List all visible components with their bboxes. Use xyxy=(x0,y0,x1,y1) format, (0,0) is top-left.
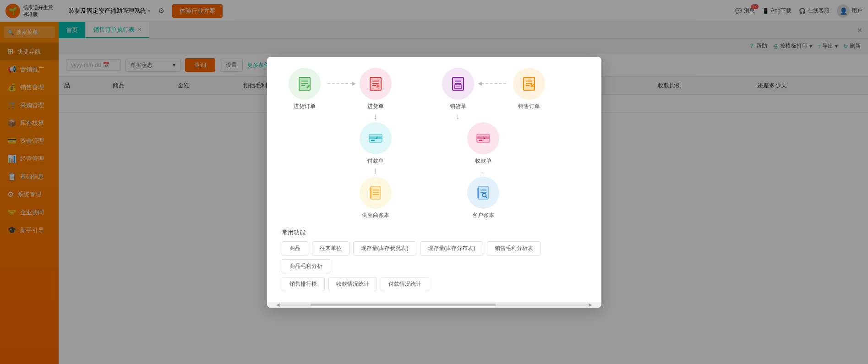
svg-rect-33 xyxy=(370,188,371,198)
purchase-order-icon xyxy=(289,68,321,100)
scrollbar-track[interactable] xyxy=(280,304,589,306)
cf-btn-stock-dist[interactable]: 现存量(库存分布表) xyxy=(420,241,483,255)
customer-ledger-label: 客户账本 xyxy=(472,212,494,219)
supplier-ledger-icon xyxy=(360,177,392,209)
svg-rect-38 xyxy=(477,188,479,198)
flow-node-supplier-ledger[interactable]: 供应商账本 xyxy=(353,177,399,219)
payment-label: 付款单 xyxy=(367,157,384,165)
sales-bill-icon xyxy=(442,68,474,100)
sales-order-icon xyxy=(513,68,545,100)
cf-btn-sales-margin[interactable]: 销售毛利分析表 xyxy=(487,241,541,255)
svg-rect-30 xyxy=(479,140,482,141)
common-functions-grid-2: 销售排行榜 收款情况统计 付款情况统计 xyxy=(282,277,587,291)
modal-scrollbar: ◀ ▶ xyxy=(267,302,601,308)
flow-node-purchase-bill[interactable]: 进货单 xyxy=(353,68,399,110)
flow-node-customer-ledger[interactable]: 客户账本 xyxy=(460,177,506,219)
cf-btn-product[interactable]: 商品 xyxy=(282,241,308,255)
svg-text:¥: ¥ xyxy=(483,136,486,140)
purchase-bill-label: 进货单 xyxy=(367,103,384,110)
cf-btn-payment-stats[interactable]: 付款情况统计 xyxy=(381,277,429,291)
supplier-ledger-label: 供应商账本 xyxy=(362,212,389,219)
cf-btn-stock-status[interactable]: 现存量(库存状况表) xyxy=(353,241,416,255)
scrollbar-left-arrow[interactable]: ◀ xyxy=(276,302,280,307)
purchase-order-label: 进货订单 xyxy=(294,103,316,110)
payment-icon: ¥ xyxy=(360,122,392,154)
sales-order-label: 销售订单 xyxy=(518,103,540,110)
common-functions-title: 常用功能 xyxy=(282,228,587,237)
scrollbar-right-arrow[interactable]: ▶ xyxy=(589,302,592,307)
common-functions-grid: 商品 往来单位 现存量(库存状况表) 现存量(库存分布表) 销售毛利分析表 商品… xyxy=(282,241,587,273)
flow-modal: 进货订单 ▶ xyxy=(267,57,601,308)
receipt-label: 收款单 xyxy=(475,157,491,165)
cf-btn-receipt-stats[interactable]: 收款情况统计 xyxy=(328,277,377,291)
svg-rect-32 xyxy=(371,186,381,199)
flow-node-sales-bill[interactable]: 销货单 xyxy=(435,68,481,110)
flow-node-payment[interactable]: ¥ 付款单 xyxy=(353,122,399,165)
flow-node-receipt[interactable]: ¥ 收款单 xyxy=(460,122,506,165)
receipt-icon: ¥ xyxy=(467,122,499,154)
scrollbar-thumb[interactable] xyxy=(311,304,496,306)
cf-btn-counterparty[interactable]: 往来单位 xyxy=(312,241,349,255)
flow-node-sales-order[interactable]: 销售订单 xyxy=(506,68,552,110)
cf-btn-sales-ranking[interactable]: 销售排行榜 xyxy=(282,277,325,291)
customer-ledger-icon xyxy=(467,177,499,209)
flow-node-purchase-order[interactable]: 进货订单 xyxy=(282,68,328,110)
svg-rect-26 xyxy=(371,140,375,141)
modal-overlay: 进货订单 ▶ xyxy=(0,0,868,364)
purchase-bill-icon xyxy=(360,68,392,100)
common-functions: 常用功能 商品 往来单位 现存量(库存状况表) 现存量(库存分布表) 销售毛利分… xyxy=(282,228,587,291)
svg-text:¥: ¥ xyxy=(375,136,378,140)
cf-btn-product-margin[interactable]: 商品毛利分析 xyxy=(282,259,330,273)
modal-content: 进货订单 ▶ xyxy=(267,57,601,302)
sales-bill-label: 销货单 xyxy=(450,103,466,110)
